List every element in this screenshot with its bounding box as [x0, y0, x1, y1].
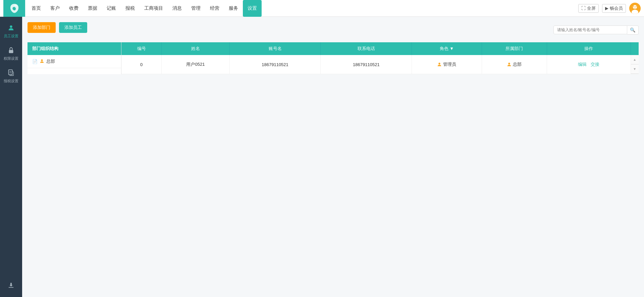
- col-role[interactable]: 角色 ▼: [412, 42, 482, 55]
- sidebar-item-employee[interactable]: 员工设置: [0, 20, 22, 43]
- col-account: 账号名: [229, 42, 321, 55]
- content-area: 添加部门 添加员工 🔍 部门组织结构 📄: [22, 17, 644, 297]
- sidebar-item-taxsettings[interactable]: 报税设置: [0, 65, 22, 88]
- dept-user-icon-cell: [507, 62, 512, 67]
- role-user-icon: [437, 62, 442, 67]
- scroll-up-button[interactable]: ▲: [631, 55, 639, 64]
- svg-point-13: [508, 63, 510, 64]
- nav-account[interactable]: 记账: [102, 0, 121, 17]
- search-icon: 🔍: [630, 28, 636, 33]
- cell-role: 管理员: [412, 55, 482, 74]
- fullscreen-button[interactable]: ⛶ 全屏: [578, 4, 599, 13]
- sidebar-item-permission[interactable]: 权限设置: [0, 43, 22, 65]
- vip-button[interactable]: ▶ 畅会员: [602, 4, 626, 13]
- col-name: 姓名: [162, 42, 230, 55]
- cell-actions: 编辑 交接: [547, 55, 631, 74]
- search-button[interactable]: 🔍: [627, 26, 639, 35]
- cell-phone: 18679110521: [321, 55, 412, 74]
- cell-id: 0: [121, 55, 162, 74]
- dept-user-icon: [40, 59, 44, 64]
- action-bar: 添加部门 添加员工: [28, 22, 87, 33]
- cell-scroll-ctrl: ▲ ▼: [631, 55, 639, 74]
- svg-point-1: [633, 5, 637, 9]
- col-phone: 联系电话: [321, 42, 412, 55]
- sidebar-item-download[interactable]: [0, 278, 22, 294]
- dept-text: 总部: [513, 61, 522, 67]
- nav-tax[interactable]: 报税: [121, 0, 140, 17]
- file-icon: 📄: [32, 59, 38, 64]
- sidebar-permission-label: 权限设置: [4, 56, 18, 61]
- scroll-down-button[interactable]: ▼: [631, 64, 639, 74]
- nav-manage[interactable]: 管理: [186, 0, 205, 17]
- nav-right: ⛶ 全屏 ▶ 畅会员: [578, 3, 641, 14]
- edit-link[interactable]: 编辑: [578, 62, 587, 67]
- person-icon: [7, 24, 15, 32]
- cell-dept: 总部: [482, 55, 547, 74]
- table-panel: 编号 姓名 账号名 联系电话 角色 ▼ 所属部门 操作: [121, 42, 639, 74]
- fullscreen-icon: ⛶: [581, 6, 586, 11]
- svg-point-5: [10, 26, 12, 28]
- nav-home[interactable]: 首页: [27, 0, 46, 17]
- main-layout: 员工设置 权限设置 报税设置 添加部门 添加员工: [0, 17, 644, 297]
- transfer-link[interactable]: 交接: [591, 62, 599, 67]
- svg-rect-7: [9, 70, 12, 75]
- nav-service[interactable]: 服务: [224, 0, 243, 17]
- dept-panel-header: 部门组织结构: [28, 42, 121, 55]
- sidebar-taxsettings-label: 报税设置: [4, 79, 18, 84]
- report-icon: [7, 69, 15, 77]
- content-inner: 添加部门 添加员工 🔍 部门组织结构 📄: [28, 22, 639, 74]
- logo: [3, 0, 25, 17]
- nav-settings[interactable]: 设置: [243, 0, 262, 17]
- nav-operate[interactable]: 经营: [205, 0, 224, 17]
- nav-items: 首页 客户 收费 票据 记账 报税 工商项目 消息 管理 经营 服务 设置: [27, 0, 578, 17]
- table-row: 0 用户0521 18679110521 18679110521 管理员: [121, 55, 639, 74]
- nav-message[interactable]: 消息: [168, 0, 186, 17]
- dept-panel: 部门组织结构 📄 总部: [28, 42, 121, 74]
- svg-point-4: [636, 6, 637, 7]
- sidebar-employee-label: 员工设置: [4, 34, 18, 39]
- search-input[interactable]: [553, 26, 627, 34]
- download-icon: [7, 282, 15, 290]
- nav-business[interactable]: 工商项目: [140, 0, 168, 17]
- two-panel: 部门组织结构 📄 总部 编号: [28, 42, 639, 74]
- add-dept-button[interactable]: 添加部门: [28, 22, 56, 33]
- lock-icon: [7, 47, 15, 55]
- svg-rect-6: [9, 50, 13, 53]
- svg-point-11: [41, 59, 43, 61]
- vip-icon: ▶: [605, 6, 608, 11]
- vip-label: 畅会员: [610, 5, 623, 11]
- search-bar: 🔍: [553, 26, 639, 35]
- nav-bill[interactable]: 票据: [83, 0, 102, 17]
- sidebar: 员工设置 权限设置 报税设置: [0, 17, 22, 297]
- add-employee-button[interactable]: 添加员工: [59, 22, 87, 33]
- cell-name: 用户0521: [162, 55, 230, 74]
- svg-rect-10: [9, 287, 14, 288]
- nav-customer[interactable]: 客户: [46, 0, 64, 17]
- employee-table: 编号 姓名 账号名 联系电话 角色 ▼ 所属部门 操作: [121, 42, 639, 74]
- col-actions: 操作: [547, 42, 631, 55]
- role-text: 管理员: [443, 61, 456, 67]
- fullscreen-label: 全屏: [587, 5, 596, 11]
- cell-account: 18679110521: [229, 55, 321, 74]
- col-scroll: [631, 42, 639, 55]
- dept-item-root[interactable]: 📄 总部: [28, 55, 121, 68]
- svg-point-12: [439, 63, 440, 64]
- dept-name: 总部: [46, 58, 55, 64]
- nav-fee[interactable]: 收费: [64, 0, 83, 17]
- top-nav: 首页 客户 收费 票据 记账 报税 工商项目 消息 管理 经营 服务 设置 ⛶ …: [0, 0, 644, 17]
- svg-point-3: [634, 6, 635, 7]
- avatar[interactable]: [629, 3, 641, 14]
- col-dept: 所属部门: [482, 42, 547, 55]
- col-id: 编号: [121, 42, 162, 55]
